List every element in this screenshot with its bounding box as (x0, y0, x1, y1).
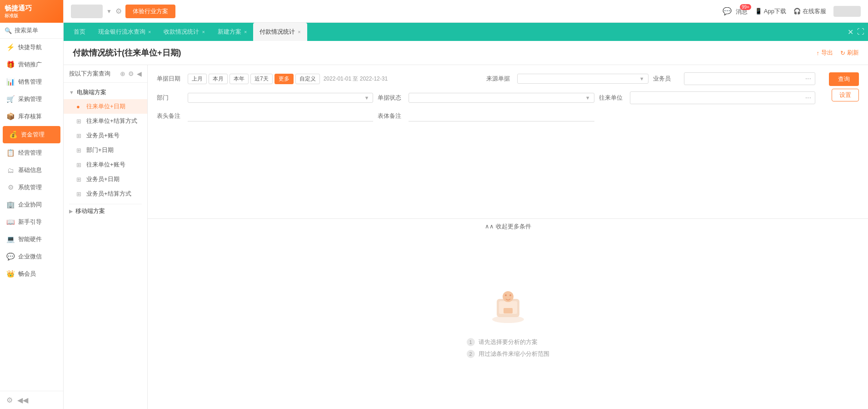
sidebar-item-label: 企业协同 (18, 201, 42, 209)
app-version: 标准版 (5, 13, 32, 19)
sidebar-item-smart-hw[interactable]: 💻 智能硬件 (0, 231, 63, 248)
online-service-btn[interactable]: 🎧 在线客服 (793, 7, 826, 15)
date-btn-last-month[interactable]: 上月 (188, 74, 207, 84)
company-dropdown-icon[interactable]: ▼ (106, 8, 112, 15)
inventory-icon: 📦 (6, 112, 15, 121)
expand-tab-icon[interactable]: ⛶ (857, 28, 864, 36)
tab-cash-flow[interactable]: 现金银行流水查询 × (92, 23, 157, 41)
date-label: 单据日期 (157, 75, 184, 83)
finance-icon: 💰 (9, 131, 17, 139)
scheme-panel-actions: ⊕ ⚙ ◀ (120, 70, 142, 77)
body-note-input[interactable] (409, 111, 594, 121)
sidebar-item-enterprise[interactable]: 🏢 企业协同 (0, 196, 63, 213)
source-select[interactable]: ▼ (517, 74, 649, 84)
scheme-item-counterpart-date[interactable]: ● 往来单位+日期 (64, 99, 147, 114)
date-btn-last-7-days[interactable]: 近7天 (250, 74, 273, 84)
collapse-sidebar-icon[interactable]: ◀◀ (17, 396, 28, 404)
tab-new-scheme[interactable]: 新建方案 × (211, 23, 253, 41)
sidebar-item-sys-mgmt[interactable]: ⚙ 系统管理 (0, 179, 63, 196)
counterpart-select[interactable]: ··· (630, 91, 815, 104)
date-btn-this-year[interactable]: 本年 (229, 74, 249, 84)
trial-btn[interactable]: 体验行业方案 (125, 5, 175, 18)
body-note-label: 表体备注 (378, 112, 405, 120)
sidebar-item-wechat[interactable]: 💬 企业微信 (0, 248, 63, 265)
scheme-item-salesman-date[interactable]: ⊞ 业务员+日期 (64, 172, 147, 187)
refresh-icon: ↻ (840, 50, 845, 56)
header-note-input[interactable] (188, 111, 373, 121)
scheme-settings-icon[interactable]: ⚙ (128, 70, 134, 77)
export-btn[interactable]: ↑ 导出 (817, 49, 833, 57)
scheme-item-salesman-payment[interactable]: ⊞ 业务员+结算方式 (64, 187, 147, 201)
service-icon: 🎧 (793, 8, 801, 15)
tab-cash-flow-label: 现金银行流水查询 (98, 28, 145, 36)
desktop-scheme-group-header[interactable]: ▼ 电脑端方案 (64, 86, 147, 99)
sidebar-item-basic-info[interactable]: 🗂 基础信息 (0, 162, 63, 179)
scheme-item-dept-date[interactable]: ⊞ 部门+日期 (64, 143, 147, 157)
table-scheme-icon: ⊞ (76, 176, 84, 183)
sidebar: 畅捷通巧 标准版 🔍 搜索菜单 ⚡ 快捷导航 🎁 营销推广 📊 销售管理 🛒 采… (0, 0, 64, 409)
voucher-status-select[interactable]: ▼ (409, 93, 594, 103)
tab-payment-stats-close[interactable]: × (298, 29, 300, 35)
sidebar-item-marketing[interactable]: 🎁 营销推广 (0, 56, 63, 73)
sys-mgmt-icon: ⚙ (6, 183, 15, 192)
tab-new-scheme-close[interactable]: × (244, 29, 247, 35)
active-scheme-icon: ● (76, 103, 84, 110)
tab-payment-stats[interactable]: 付款情况统计 × (253, 23, 307, 41)
dept-label: 部门 (157, 94, 184, 102)
topbar-gear-icon[interactable]: ⚙ (115, 7, 122, 15)
sidebar-item-sales[interactable]: 📊 销售管理 (0, 73, 63, 91)
sidebar-item-inventory[interactable]: 📦 库存核算 (0, 108, 63, 125)
date-btn-custom[interactable]: 自定义 (295, 74, 320, 84)
counterpart-label: 往来单位 (599, 94, 626, 102)
query-btn[interactable]: 查询 (829, 72, 859, 86)
sidebar-item-label: 系统管理 (18, 183, 42, 192)
scheme-panel-collapse-btn[interactable]: ◀ (137, 70, 142, 77)
date-range-text: 2022-01-01 至 2022-12-31 (324, 75, 388, 83)
sidebar-item-label: 新手引导 (18, 218, 42, 226)
scheme-item-counterpart-payment[interactable]: ⊞ 往来单位+结算方式 (64, 114, 147, 128)
topbar: ▼ ⚙ 体验行业方案 💬 消息 99+ 📱 App下载 🎧 在线客服 (64, 0, 868, 23)
scheme-item-label: 往来单位+账号 (86, 161, 125, 169)
sales-icon: 📊 (6, 78, 15, 86)
scheme-item-counterpart-account[interactable]: ⊞ 往来单位+账号 (64, 157, 147, 172)
sidebar-item-operations[interactable]: 📋 经营管理 (0, 144, 63, 162)
sidebar-item-guide[interactable]: 📖 新手引导 (0, 213, 63, 231)
refresh-btn[interactable]: ↻ 刷新 (840, 49, 859, 57)
tab-home[interactable]: 首页 (67, 23, 92, 41)
app-download-label: App下载 (764, 7, 786, 15)
sidebar-item-vip[interactable]: 👑 畅会员 (0, 265, 63, 283)
date-btn-this-month[interactable]: 本月 (209, 74, 228, 84)
user-avatar[interactable] (833, 6, 861, 17)
tab-cash-flow-close[interactable]: × (148, 29, 151, 35)
company-avatar[interactable] (71, 5, 103, 18)
sidebar-item-purchase[interactable]: 🛒 采购管理 (0, 91, 63, 108)
wechat-icon: 💬 (6, 252, 15, 261)
collapse-btn[interactable]: ∧∧ 收起更多条件 (485, 222, 531, 231)
mobile-scheme-group-header[interactable]: ▶ 移动端方案 (64, 204, 147, 218)
tab-receipts-close[interactable]: × (202, 29, 205, 35)
add-scheme-icon[interactable]: ⊕ (120, 70, 125, 77)
sidebar-item-label: 营销推广 (18, 61, 42, 69)
filter-voucher-status-item: 单据状态 ▼ (378, 93, 594, 103)
sidebar-item-quick-nav[interactable]: ⚡ 快捷导航 (0, 39, 63, 56)
filter-row-3: 表头备注 表体备注 (157, 111, 815, 121)
date-btn-more[interactable]: 更多 (274, 74, 294, 84)
app-download-btn[interactable]: 📱 App下载 (755, 7, 786, 15)
tabbar: 首页 现金银行流水查询 × 收款情况统计 × 新建方案 × 付款情况统计 × ✕… (64, 23, 868, 41)
sidebar-item-search-menu[interactable]: 🔍 搜索菜单 (0, 23, 63, 39)
filter-counterpart-item: 往来单位 ··· (599, 91, 815, 104)
collapse-icon: ∧∧ (485, 223, 494, 230)
close-tab-icon[interactable]: ✕ (848, 28, 853, 36)
message-icon: 💬 (723, 7, 732, 15)
salesman-select[interactable]: ··· (684, 72, 815, 85)
messages-btn[interactable]: 💬 消息 99+ (723, 7, 747, 16)
tab-receipts[interactable]: 收款情况统计 × (157, 23, 211, 41)
scheme-item-salesman-account[interactable]: ⊞ 业务员+账号 (64, 128, 147, 143)
app-logo: 畅捷通巧 标准版 (0, 0, 63, 23)
collapse-bar[interactable]: ∧∧ 收起更多条件 (148, 218, 868, 234)
settings-bottom-icon[interactable]: ⚙ (6, 396, 13, 404)
sidebar-item-finance[interactable]: 💰 资金管理 (3, 126, 60, 143)
settings-btn[interactable]: 设置 (832, 89, 859, 101)
scheme-item-label: 业务员+日期 (86, 175, 120, 183)
dept-select[interactable]: ▼ (188, 93, 373, 103)
